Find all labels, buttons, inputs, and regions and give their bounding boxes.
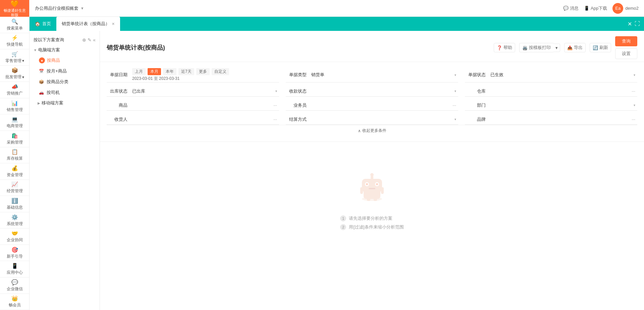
sidebar-item-enterprise[interactable]: 🤝 企业协同	[0, 228, 29, 245]
staff-more-icon[interactable]: ···	[452, 103, 456, 108]
date-tag-last7days[interactable]: 近7天	[178, 68, 194, 75]
sidebar-item-wholesale[interactable]: 📦 批发管理 ▾	[0, 66, 29, 82]
date-tag-this-month[interactable]: 本月	[148, 68, 161, 75]
query-btn[interactable]: 查询	[615, 36, 637, 46]
settle-value-field[interactable]: ▾	[309, 116, 458, 122]
mobile-plan-header[interactable]: ▶ 移动端方案	[30, 98, 100, 108]
app-download-btn[interactable]: 📱 App下载	[584, 5, 607, 11]
message-btn[interactable]: 💬 消息	[563, 5, 579, 11]
sidebar-item-retail[interactable]: 🛒 零售管理 ▾	[0, 49, 29, 66]
sidebar-item-finance[interactable]: 💰 资金管理	[0, 163, 29, 180]
tab-report-close-icon[interactable]: ✕	[112, 22, 115, 26]
by-cashier-label: 按司机	[47, 90, 60, 96]
sidebar-item-wechat[interactable]: 💬 企业微信	[0, 277, 29, 294]
settle-dropdown-icon[interactable]: ▾	[454, 117, 456, 121]
dept-value-field[interactable]: ▾	[488, 102, 637, 108]
filter-product-cell: 商品 ···	[107, 100, 279, 111]
filter-brand-cell: 品牌 ···	[465, 114, 637, 125]
tab-report[interactable]: 销货单统计表（按商品） ✕	[56, 17, 120, 31]
collect-dropdown-icon[interactable]: ▾	[454, 89, 456, 93]
date-tag-custom[interactable]: 自定义	[212, 68, 229, 75]
date-tag-more[interactable]: 更多	[196, 68, 210, 75]
svg-rect-12	[367, 198, 370, 201]
filter-row-4: 收货人 ··· 结算方式 ▾ 品牌	[107, 114, 637, 125]
filter-receiver-cell: 收货人 ···	[107, 114, 279, 125]
brand-value-field[interactable]: ···	[488, 115, 637, 123]
template-print-dropdown-btn[interactable]: ▾	[553, 44, 560, 52]
staff-label: 业务员	[286, 102, 309, 108]
tab-close-all-icon[interactable]: ✕	[628, 21, 632, 27]
sidebar-item-purchase[interactable]: 🛍️ 采购管理	[0, 131, 29, 147]
member-icon: 👑	[11, 295, 18, 302]
sidebar-item-operations[interactable]: 📈 经营管理	[0, 180, 29, 196]
out-status-value-field[interactable]: 已出库 ▾	[130, 87, 279, 96]
out-status-label: 出库状态	[107, 88, 130, 94]
staff-value-field[interactable]: ···	[309, 101, 458, 109]
sidebar-label-finance: 资金管理	[7, 172, 23, 178]
sidebar-item-inventory[interactable]: 📋 库存核算	[0, 147, 29, 164]
topbar: 办公用品行业模拟账套 ▾ 💬 消息 📱 App下载 Ea demo2	[30, 0, 644, 17]
collapse-bar[interactable]: ∧ 收起更多条件	[107, 125, 637, 136]
status-dropdown-icon[interactable]: ▾	[634, 73, 635, 77]
date-tag-last-month[interactable]: 上月	[132, 68, 146, 75]
status-value-field[interactable]: 已生效 ▾	[488, 70, 637, 79]
system-icon: ⚙️	[11, 214, 18, 220]
workspace-dropdown-icon[interactable]: ▾	[81, 6, 84, 11]
sidebar-item-ecommerce[interactable]: 💻 电商管理	[0, 114, 29, 131]
edit-plan-icon[interactable]: ✎	[88, 37, 92, 43]
tab-fullscreen-icon[interactable]: ⛶	[635, 21, 640, 27]
add-plan-icon[interactable]: ⊕	[82, 37, 86, 43]
filter-row-1: 单据日期 上月 本月 本年 近7天 更多 自定义 2023-03-01 至 20…	[107, 67, 637, 83]
date-tag-this-year[interactable]: 本年	[163, 68, 176, 75]
help-label: 帮助	[503, 45, 512, 51]
product-value-field[interactable]: ···	[130, 101, 279, 109]
tab-home[interactable]: 🏠 首页	[30, 17, 56, 31]
export-btn[interactable]: 📤 导出	[564, 43, 586, 52]
sidebar-item-member[interactable]: 👑 畅会员	[0, 294, 29, 310]
warehouse-more-icon[interactable]: ···	[632, 89, 635, 94]
sidebar-label-guide: 新手引导	[7, 254, 23, 259]
svg-rect-11	[381, 187, 384, 194]
refresh-label: 刷新	[599, 45, 608, 51]
desktop-plan-header[interactable]: ▼ 电脑端方案	[30, 45, 100, 55]
sidebar-item-appstore[interactable]: 📱 应用中心	[0, 261, 29, 277]
warehouse-value-field[interactable]: ···	[488, 87, 637, 95]
refresh-btn[interactable]: 🔄 刷新	[590, 43, 611, 52]
export-label: 导出	[574, 45, 583, 51]
sidebar-item-system[interactable]: ⚙️ 系统管理	[0, 212, 29, 229]
plan-item-by-month-product[interactable]: 📅 按月+商品	[30, 66, 100, 76]
product-more-icon[interactable]: ···	[273, 103, 277, 108]
plan-item-by-category[interactable]: 📦 按商品分类	[30, 76, 100, 87]
type-value-field[interactable]: 销货单 ▾	[309, 70, 458, 79]
sidebar-label-enterprise: 企业协同	[7, 237, 23, 243]
sidebar-item-basic[interactable]: ℹ️ 基础信息	[0, 196, 29, 212]
sidebar-item-quicknav[interactable]: ⚡ 快捷导航	[0, 33, 29, 50]
receiver-value-field[interactable]: ···	[130, 115, 279, 123]
template-print-btn[interactable]: 🖨️ 按模板打印	[519, 43, 553, 52]
collapse-panel-icon[interactable]: «	[93, 37, 96, 43]
dept-dropdown-icon[interactable]: ▾	[634, 103, 635, 107]
sidebar-item-search[interactable]: 🔍 搜索菜单	[0, 17, 29, 33]
sidebar-item-guide[interactable]: 🎯 新手引导	[0, 245, 29, 261]
out-status-dropdown-icon[interactable]: ▾	[275, 89, 277, 93]
print-icon: 🖨️	[522, 45, 528, 50]
type-dropdown-icon[interactable]: ▾	[454, 73, 456, 77]
sidebar-item-marketing[interactable]: 📣 营销推广	[0, 82, 29, 98]
logo-text-line1: 畅捷通好生意	[4, 8, 26, 13]
template-print-dropdown-icon: ▾	[555, 45, 558, 50]
settings-btn[interactable]: 设置	[615, 48, 637, 59]
page-body: 按以下方案查询 ⊕ ✎ « ▼ 电脑端方案 ● 按商品 📅 按月	[30, 31, 644, 310]
sidebar: 🧡 畅捷通好生意 标版 🔍 搜索菜单 ⚡ 快捷导航 🛒 零售管理 ▾ 📦 批发管…	[0, 0, 30, 310]
brand-more-icon[interactable]: ···	[632, 117, 635, 122]
collect-value-field[interactable]: ▾	[309, 88, 458, 94]
user-profile[interactable]: Ea demo2	[612, 3, 639, 14]
plan-item-by-product[interactable]: ● 按商品	[30, 55, 100, 66]
filter-status-cell: 单据状态 已生效 ▾	[465, 67, 637, 83]
retail-icon: 🛒	[11, 51, 18, 57]
plan-item-by-cashier[interactable]: 🚗 按司机	[30, 87, 100, 98]
help-btn[interactable]: ❓ 帮助	[494, 43, 515, 52]
wholesale-arrow-icon: ▾	[22, 75, 24, 80]
sidebar-item-sales[interactable]: 📊 销售管理	[0, 98, 29, 115]
receiver-more-icon[interactable]: ···	[273, 117, 277, 122]
filter-dept-cell: 部门 ▾	[465, 100, 637, 111]
